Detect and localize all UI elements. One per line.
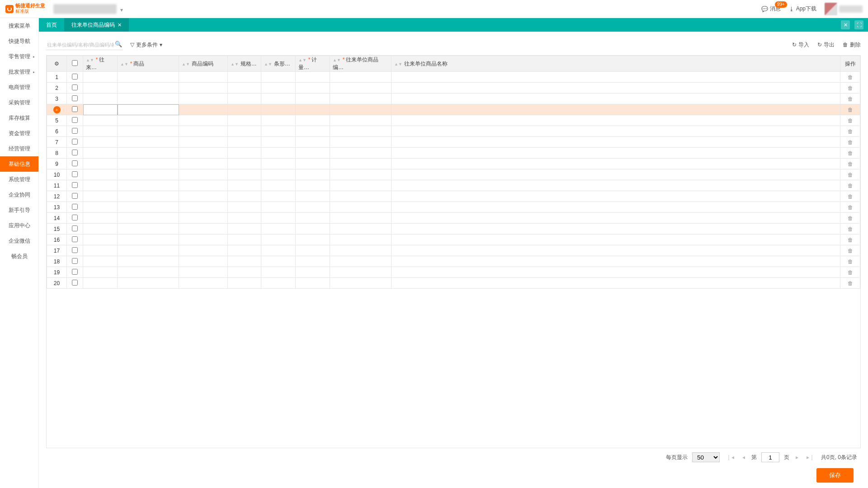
cell[interactable]	[330, 126, 392, 137]
page-last-button[interactable]: ▸｜	[805, 454, 816, 461]
cell[interactable]	[83, 83, 118, 94]
select-all-checkbox[interactable]	[72, 60, 78, 66]
cell[interactable]	[392, 202, 840, 213]
sidebar-item-4[interactable]: 电商管理	[0, 80, 38, 95]
cell[interactable]	[330, 94, 392, 104]
column-partner-product-name[interactable]: ▲▼往来单位商品名称	[392, 56, 840, 72]
cell[interactable]	[118, 126, 179, 137]
cell[interactable]	[83, 115, 118, 126]
table-row[interactable]: 14🗑	[47, 213, 860, 224]
row-delete-button[interactable]: 🗑	[848, 107, 853, 113]
sidebar-item-9[interactable]: 基础信息	[0, 156, 38, 172]
cell[interactable]	[261, 169, 296, 180]
cell[interactable]	[330, 267, 392, 278]
org-selector[interactable]: ▾	[53, 4, 117, 14]
cell[interactable]	[83, 245, 118, 256]
cell[interactable]	[228, 256, 261, 267]
cell[interactable]	[118, 72, 179, 83]
row-delete-button[interactable]: 🗑	[848, 161, 853, 167]
row-delete-button[interactable]: 🗑	[848, 128, 853, 135]
cell[interactable]	[261, 180, 296, 191]
table-row[interactable]: 12🗑	[47, 191, 860, 202]
cell[interactable]	[228, 148, 261, 159]
cell[interactable]	[296, 115, 330, 126]
sidebar-item-10[interactable]: 系统管理	[0, 172, 38, 187]
cell[interactable]	[296, 235, 330, 245]
cell[interactable]	[179, 72, 228, 83]
row-checkbox[interactable]	[72, 84, 78, 90]
cell[interactable]	[118, 213, 179, 224]
cell[interactable]	[392, 245, 840, 256]
per-page-select[interactable]: 50	[692, 452, 720, 462]
row-delete-button[interactable]: 🗑	[848, 215, 853, 221]
cell[interactable]	[118, 245, 179, 256]
cell[interactable]	[228, 137, 261, 148]
sidebar-item-2[interactable]: 零售管理▸	[0, 49, 38, 64]
cell[interactable]	[228, 104, 261, 115]
row-delete-button[interactable]: 🗑	[848, 183, 853, 189]
cell[interactable]	[228, 278, 261, 289]
cell[interactable]	[228, 72, 261, 83]
cell[interactable]	[296, 180, 330, 191]
cell[interactable]	[261, 278, 296, 289]
page-prev-button[interactable]: ◂	[741, 454, 747, 460]
cell[interactable]	[179, 169, 228, 180]
page-first-button[interactable]: ｜◂	[724, 454, 736, 461]
column-product[interactable]: ▲▼*商品	[118, 56, 179, 72]
row-delete-button[interactable]: 🗑	[848, 193, 853, 200]
cell[interactable]	[330, 256, 392, 267]
cell[interactable]	[330, 224, 392, 235]
cell[interactable]	[330, 235, 392, 245]
column-partner-product-code[interactable]: ▲▼*往来单位商品编…	[330, 56, 392, 72]
table-row[interactable]: 13🗑	[47, 202, 860, 213]
cell[interactable]	[392, 267, 840, 278]
app-download-button[interactable]: ⭳ App下载	[789, 5, 816, 13]
delete-button[interactable]: 🗑 删除	[843, 41, 861, 49]
table-row[interactable]: 9🗑	[47, 159, 860, 169]
row-delete-button[interactable]: 🗑	[848, 172, 853, 178]
table-row[interactable]: 11🗑	[47, 180, 860, 191]
row-checkbox[interactable]	[72, 171, 78, 177]
column-partner[interactable]: ▲▼*往来…	[83, 56, 118, 72]
export-button[interactable]: ↻ 导出	[817, 41, 835, 49]
cell[interactable]	[83, 72, 118, 83]
cell[interactable]	[296, 245, 330, 256]
row-checkbox[interactable]	[72, 280, 78, 286]
cell[interactable]	[392, 104, 840, 115]
cell[interactable]	[179, 245, 228, 256]
cell[interactable]	[118, 148, 179, 159]
cell[interactable]	[228, 202, 261, 213]
cell[interactable]	[179, 115, 228, 126]
row-checkbox[interactable]	[72, 128, 78, 134]
cell[interactable]	[392, 115, 840, 126]
cell[interactable]	[118, 169, 179, 180]
cell[interactable]	[228, 191, 261, 202]
cell[interactable]	[261, 191, 296, 202]
cell[interactable]	[296, 224, 330, 235]
cell[interactable]	[83, 169, 118, 180]
table-row[interactable]: 7🗑	[47, 137, 860, 148]
column-settings[interactable]: ⚙	[47, 56, 67, 72]
cell[interactable]	[179, 278, 228, 289]
table-row[interactable]: 5🗑	[47, 115, 860, 126]
cell[interactable]	[83, 267, 118, 278]
sidebar-item-14[interactable]: 企业微信	[0, 233, 38, 249]
tab-home[interactable]: 首页	[39, 18, 64, 32]
cell[interactable]	[330, 83, 392, 94]
cell[interactable]	[296, 159, 330, 169]
cell[interactable]	[296, 256, 330, 267]
cell[interactable]	[118, 256, 179, 267]
cell[interactable]	[83, 159, 118, 169]
cell[interactable]	[261, 224, 296, 235]
table-row[interactable]: 8🗑	[47, 148, 860, 159]
tab-partner-product-code[interactable]: 往来单位商品编码 ✕	[64, 18, 129, 32]
cell[interactable]	[179, 267, 228, 278]
cell[interactable]	[392, 72, 840, 83]
cell[interactable]	[261, 72, 296, 83]
table-row[interactable]: 2🗑	[47, 83, 860, 94]
search-icon[interactable]: 🔍	[115, 41, 122, 47]
cell[interactable]	[330, 245, 392, 256]
row-checkbox[interactable]	[72, 117, 78, 123]
cell[interactable]	[296, 83, 330, 94]
cell[interactable]	[118, 137, 179, 148]
